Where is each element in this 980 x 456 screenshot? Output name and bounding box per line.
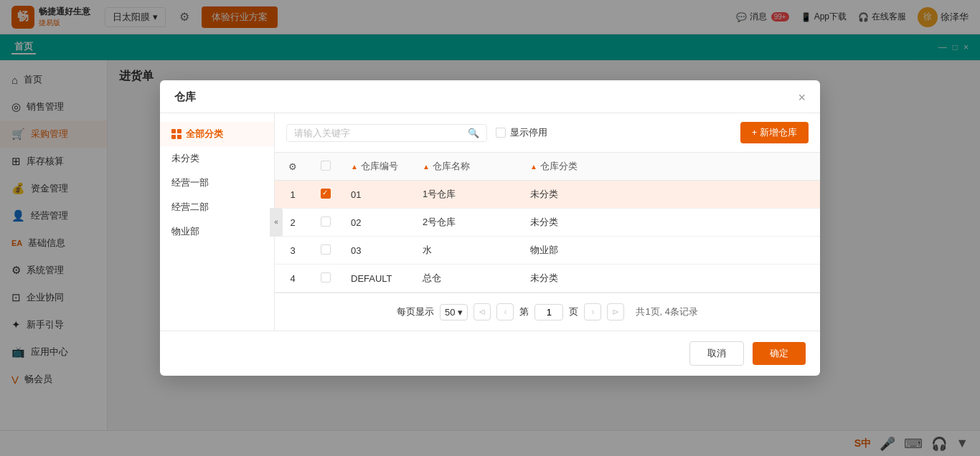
category-panel: 全部分类 未分类 经营一部 经营二部 物业部 « <box>160 113 275 331</box>
row-category: 未分类 <box>520 265 820 293</box>
row-code: 01 <box>341 181 413 209</box>
search-box: 🔍 <box>286 124 487 142</box>
category-unclassified[interactable]: 未分类 <box>160 146 274 171</box>
dialog-footer: 取消 确定 <box>160 331 820 376</box>
search-icon: 🔍 <box>468 128 479 138</box>
dialog-title: 仓库 <box>174 90 196 104</box>
table-header-row: ⚙ ▲ 仓库编号 ▲ 仓库名称 <box>275 153 820 181</box>
row-index-cell: 3 <box>275 237 311 265</box>
row-checkbox[interactable] <box>321 189 331 199</box>
table-row[interactable]: 4 DEFAULT 总仓 未分类 <box>275 265 820 293</box>
row-name: 总仓 <box>413 265 520 293</box>
row-checkbox[interactable] <box>321 244 331 255</box>
category-property[interactable]: 物业部 <box>160 219 274 244</box>
category-all-label: 全部分类 <box>186 128 223 141</box>
row-checkbox-cell <box>311 181 341 209</box>
row-checkbox[interactable] <box>321 272 331 282</box>
select-all-checkbox[interactable] <box>321 161 331 171</box>
first-page-button[interactable]: ⊲ <box>473 303 491 320</box>
page-size-value: 50 <box>445 307 455 318</box>
category-ops1[interactable]: 经营一部 <box>160 171 274 195</box>
search-input[interactable] <box>294 128 463 138</box>
category-collapse-button[interactable]: « <box>270 208 283 237</box>
row-index-cell: 4 <box>275 265 311 293</box>
row-code: DEFAULT <box>341 265 413 293</box>
row-category: 物业部 <box>520 237 820 265</box>
table-row[interactable]: 2 02 2号仓库 未分类 <box>275 209 820 237</box>
category-ops2[interactable]: 经营二部 <box>160 195 274 219</box>
per-page-label: 每页显示 <box>397 305 434 318</box>
grid-icon <box>171 129 182 139</box>
row-checkbox-cell <box>311 209 341 237</box>
warehouse-dialog: 仓库 × 全部分类 未分类 经营一部 经营二部 物业部 « <box>160 80 820 376</box>
prev-page-button[interactable]: ‹ <box>496 303 514 320</box>
table-body: 1 01 1号仓库 未分类 2 02 2号仓库 未分类 3 03 水 物业部 4… <box>275 181 820 293</box>
dialog-body: 全部分类 未分类 经营一部 经营二部 物业部 « 🔍 <box>160 113 820 331</box>
show-disabled-label: 显示停用 <box>510 126 547 139</box>
page-label: 第 <box>519 305 529 318</box>
show-disabled-toggle[interactable]: 显示停用 <box>496 126 547 139</box>
confirm-button[interactable]: 确定 <box>753 342 806 365</box>
modal-overlay[interactable]: 仓库 × 全部分类 未分类 经营一部 经营二部 物业部 « <box>0 0 980 456</box>
page-input[interactable] <box>534 304 563 320</box>
table-row[interactable]: 1 01 1号仓库 未分类 <box>275 181 820 209</box>
page-unit: 页 <box>569 305 578 318</box>
show-disabled-checkbox[interactable] <box>496 128 506 138</box>
table: ⚙ ▲ 仓库编号 ▲ 仓库名称 <box>275 153 820 293</box>
dialog-header: 仓库 × <box>160 80 820 113</box>
next-page-button[interactable]: › <box>584 303 601 320</box>
col-code: ▲ 仓库编号 <box>341 153 413 181</box>
row-category: 未分类 <box>520 181 820 209</box>
page-size-chevron: ▾ <box>458 307 463 318</box>
dialog-close-button[interactable]: × <box>798 91 806 104</box>
add-warehouse-button[interactable]: + 新增仓库 <box>740 122 809 143</box>
row-checkbox-cell <box>311 237 341 265</box>
pagination: 每页显示 50 ▾ ⊲ ‹ 第 页 › ⊳ 共1页, 4条记录 <box>275 293 820 331</box>
sort-icon-category: ▲ <box>530 163 537 171</box>
warehouse-table: ⚙ ▲ 仓库编号 ▲ 仓库名称 <box>275 153 820 293</box>
row-name: 2号仓库 <box>413 209 520 237</box>
sort-icon-name: ▲ <box>423 163 430 171</box>
row-checkbox-cell <box>311 265 341 293</box>
col-settings: ⚙ <box>275 153 311 181</box>
row-name: 1号仓库 <box>413 181 520 209</box>
warehouse-toolbar: 🔍 显示停用 + 新增仓库 <box>275 113 820 153</box>
page-size-select[interactable]: 50 ▾ <box>440 304 468 320</box>
row-code: 02 <box>341 209 413 237</box>
row-index-cell: 1 <box>275 181 311 209</box>
row-name: 水 <box>413 237 520 265</box>
row-checkbox[interactable] <box>321 217 331 227</box>
sort-icon-code: ▲ <box>351 163 358 171</box>
category-all[interactable]: 全部分类 <box>160 122 274 146</box>
col-category: ▲ 仓库分类 <box>520 153 820 181</box>
warehouse-panel: 🔍 显示停用 + 新增仓库 ⚙ <box>275 113 820 331</box>
col-checkbox <box>311 153 341 181</box>
last-page-button[interactable]: ⊳ <box>607 303 624 320</box>
table-row[interactable]: 3 03 水 物业部 <box>275 237 820 265</box>
row-code: 03 <box>341 237 413 265</box>
row-category: 未分类 <box>520 209 820 237</box>
total-info: 共1页, 4条记录 <box>636 305 698 318</box>
cancel-button[interactable]: 取消 <box>689 341 744 366</box>
col-name: ▲ 仓库名称 <box>413 153 520 181</box>
